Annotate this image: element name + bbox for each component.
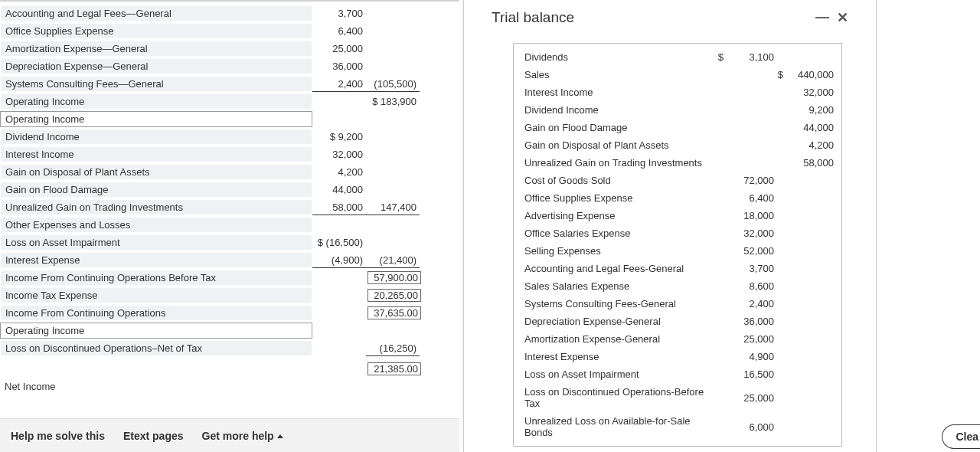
tb-label: Gain on Flood Damage <box>524 122 714 133</box>
row-label[interactable]: Operating Income <box>0 111 312 127</box>
income-statement-panel: Accounting and Legal Fees—General3,700Of… <box>0 0 459 452</box>
tb-label: Depreciation Expense-General <box>524 316 714 327</box>
tb-debit-symbol: $ <box>714 51 725 63</box>
row-amount-2 <box>366 12 420 15</box>
row-amount-1: 36,000 <box>312 59 366 74</box>
statement-row: Loss on Asset Impairment$ (16,500) <box>0 234 459 251</box>
tb-debit: 16,500 <box>725 368 774 380</box>
row-label: Dividend Income <box>0 129 312 145</box>
row-amount-2[interactable]: 21,385.00 <box>368 362 421 375</box>
statement-row: Unrealized Gain on Trading Investments58… <box>0 198 459 216</box>
statement-row: Loss on Discontinued Operations–Net of T… <box>0 339 459 357</box>
row-label: Net Income <box>0 379 312 394</box>
row-amount-2: (105,500) <box>366 77 420 92</box>
row-amount-2[interactable]: 20,265.00 <box>368 289 421 302</box>
row-amount-2[interactable]: 57,900.00 <box>368 271 421 284</box>
row-label: Income From Continuing Operations Before… <box>0 270 312 286</box>
row-label: Systems Consulting Fees—General <box>0 76 312 92</box>
footer-bar: Help me solve this Etext pages Get more … <box>0 418 459 452</box>
row-amount-2[interactable]: 37,635.00 <box>368 306 421 319</box>
row-label: Loss on Asset Impairment <box>0 234 312 251</box>
row-amount-1: $ 9,200 <box>312 129 366 144</box>
row-amount-1 <box>312 100 366 103</box>
row-label <box>0 368 312 371</box>
tb-debit: 6,400 <box>725 192 774 204</box>
statement-row: Net Income <box>0 378 459 395</box>
tb-debit: 25,000 <box>725 333 774 345</box>
tb-debit: 36,000 <box>725 316 774 327</box>
tb-label: Office Supplies Expense <box>524 192 714 204</box>
tb-label: Unrealized Loss on Available-for-Sale Bo… <box>524 415 714 438</box>
modal-title: Trial balance <box>492 9 574 26</box>
tb-label: Loss on Asset Impairment <box>524 368 714 380</box>
row-amount-2 <box>366 385 420 388</box>
row-amount-2: $ 183,900 <box>366 94 420 109</box>
tb-row: Interest Expense4,900 <box>514 348 841 365</box>
tb-label: Interest Income <box>524 87 714 98</box>
tb-row: Amortization Expense-General25,000 <box>514 330 841 348</box>
row-amount-1: 25,000 <box>312 41 366 56</box>
row-label: Interest Expense <box>0 252 312 268</box>
row-amount-1: 44,000 <box>312 182 366 197</box>
tb-label: Dividends <box>524 51 714 63</box>
tb-row: Gain on Flood Damage44,000 <box>514 119 841 136</box>
tb-row: Unrealized Gain on Trading Investments58… <box>514 154 841 172</box>
row-amount-2: (21,400) <box>366 253 420 268</box>
row-label: Income From Continuing Operations <box>0 305 312 321</box>
tb-credit-symbol: $ <box>774 69 785 80</box>
row-amount-2 <box>366 171 420 174</box>
tb-label: Advertising Expense <box>524 210 714 221</box>
row-amount-1: $ (16,500) <box>312 235 366 250</box>
tb-debit: 3,100 <box>725 51 774 63</box>
row-amount-1 <box>312 277 366 280</box>
trial-balance-modal: Trial balance — ✕ Dividends$3,100Sales$4… <box>463 0 877 452</box>
tb-row: Advertising Expense18,000 <box>514 207 841 224</box>
tb-debit: 8,600 <box>725 280 774 292</box>
statement-row: Other Expenses and Losses <box>0 216 459 234</box>
tb-debit: 4,900 <box>725 351 774 362</box>
tb-row: Office Salaries Expense32,000 <box>514 224 841 242</box>
row-amount-2: 147,400 <box>366 200 420 215</box>
statement-row: 21,385.00 <box>0 360 459 378</box>
statement-row: Accounting and Legal Fees—General3,700 <box>0 5 459 22</box>
tb-row: Dividend Income9,200 <box>514 101 841 119</box>
tb-label: Gain on Disposal of Plant Assets <box>524 139 714 151</box>
row-amount-1 <box>312 347 366 350</box>
statement-row: Interest Income32,000 <box>0 146 459 163</box>
more-help-link[interactable]: Get more help <box>202 430 283 442</box>
statement-row: Operating Income$ 183,900 <box>0 93 459 110</box>
tb-label: Office Salaries Expense <box>524 228 714 239</box>
clear-button[interactable]: Clea <box>942 424 980 449</box>
statement-row: Operating Income <box>0 322 459 339</box>
statement-row: Office Supplies Expense6,400 <box>0 22 459 40</box>
tb-label: Loss on Discontinued Operations-Before T… <box>524 386 714 409</box>
etext-link[interactable]: Etext pages <box>123 430 184 442</box>
row-label: Gain on Disposal of Plant Assets <box>0 164 312 180</box>
row-amount-2 <box>366 136 420 139</box>
row-label: Operating Income <box>0 93 312 110</box>
tb-row: Accounting and Legal Fees-General3,700 <box>514 260 841 277</box>
tb-label: Cost of Goods Sold <box>524 175 714 186</box>
statement-row: Income From Continuing Operations37,635.… <box>0 304 459 322</box>
row-amount-2 <box>366 118 420 121</box>
row-amount-2 <box>366 47 420 51</box>
tb-row: Loss on Discontinued Operations-Before T… <box>514 383 841 412</box>
tb-row: Systems Consulting Fees-General2,400 <box>514 295 841 313</box>
row-amount-1 <box>312 329 366 332</box>
close-icon[interactable]: ✕ <box>837 9 848 26</box>
tb-row: Sales$440,000 <box>514 66 841 84</box>
row-amount-2 <box>366 329 420 332</box>
tb-credit: 9,200 <box>785 104 834 116</box>
tb-debit: 18,000 <box>725 210 774 221</box>
tb-debit: 3,700 <box>725 263 774 274</box>
row-amount-1 <box>312 385 366 388</box>
row-amount-1: 32,000 <box>312 147 366 162</box>
row-label[interactable]: Operating Income <box>0 323 312 339</box>
tb-debit: 72,000 <box>725 175 774 186</box>
tb-row: Cost of Goods Sold72,000 <box>514 172 841 189</box>
statement-row: Systems Consulting Fees—General2,400(105… <box>0 75 459 93</box>
minimize-icon[interactable]: — <box>815 9 829 26</box>
help-link[interactable]: Help me solve this <box>11 430 105 442</box>
statement-row: Gain on Disposal of Plant Assets4,200 <box>0 163 459 181</box>
tb-label: Systems Consulting Fees-General <box>524 298 714 310</box>
